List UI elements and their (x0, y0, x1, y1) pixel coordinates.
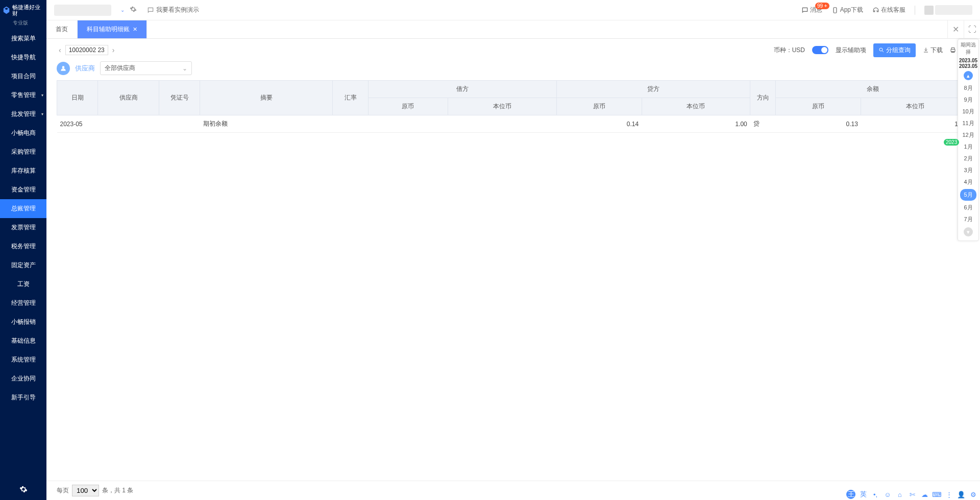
nav-onboarding[interactable]: 新手引导 (0, 388, 46, 407)
top-header: ⌄ 我要看实例演示 消息 99 + App下载 在线客服 (46, 0, 980, 20)
online-service-button[interactable]: 在线客服 (872, 6, 905, 14)
org-selector[interactable]: ⌄ (54, 5, 130, 16)
prev-account-button[interactable]: ‹ (57, 46, 63, 54)
month-12[interactable]: 12月 (958, 129, 978, 141)
headset-icon (872, 7, 879, 14)
supplier-select[interactable]: 全部供应商 ⌄ (100, 61, 192, 75)
table-row[interactable]: 2023-05 期初余额 0.14 1.00 贷 0.13 1.00 (57, 115, 970, 133)
nav-quick[interactable]: 快捷导航 (0, 48, 46, 67)
tab-subject-aux-detail[interactable]: 科目辅助明细账 ✕ (78, 20, 147, 38)
messages-button[interactable]: 消息 99 + (801, 6, 822, 14)
ime-cloud-icon[interactable]: ☁ (920, 490, 929, 499)
user-name-masked (935, 5, 972, 15)
ime-smile-icon[interactable]: ☺ (883, 490, 892, 499)
nav-project-contract[interactable]: 项目合同 (0, 67, 46, 86)
nav-ecommerce[interactable]: 小畅电商 (0, 124, 46, 142)
page-size-select[interactable]: 100 (72, 485, 99, 496)
th-balance: 余额 (776, 81, 970, 98)
ime-punct-icon[interactable]: •, (871, 490, 880, 499)
nav-list: 搜索菜单 快捷导航 项目合同 零售管理▾ 批发管理▾ 小畅电商 采购管理 库存核… (0, 29, 46, 407)
month-5[interactable]: 5月 (960, 189, 976, 201)
tab-home[interactable]: 首页 (46, 20, 78, 38)
close-all-icon[interactable]: ✕ (947, 20, 964, 39)
cell-summary: 期初余额 (200, 115, 333, 133)
user-menu[interactable] (924, 5, 972, 15)
cell-debit-original (369, 115, 448, 133)
th-credit-original: 原币 (556, 98, 642, 115)
nav-purchase[interactable]: 采购管理 (0, 142, 46, 161)
month-7[interactable]: 7月 (958, 213, 978, 225)
month-4[interactable]: 4月 (958, 176, 978, 188)
scroll-up-icon[interactable]: ▴ (964, 71, 973, 80)
ime-person-icon[interactable]: 👤 (957, 490, 966, 499)
ime-lang[interactable]: 英 (859, 490, 868, 499)
period-from[interactable]: 2023.05 (958, 58, 978, 63)
fullscreen-icon[interactable]: ⛶ (964, 20, 980, 39)
nav-retail[interactable]: 零售管理▾ (0, 86, 46, 105)
month-1[interactable]: 1月 (958, 141, 978, 153)
filter-row: 供应商 全部供应商 ⌄ (46, 61, 980, 80)
year-tag: 2023 (944, 139, 959, 146)
show-aux-label: 显示辅助项 (836, 46, 866, 55)
ime-mic-icon[interactable]: ⌂ (895, 490, 904, 499)
close-icon[interactable]: ✕ (133, 26, 137, 33)
nav-wholesale[interactable]: 批发管理▾ (0, 105, 46, 124)
month-11[interactable]: 11月 (958, 117, 978, 129)
ime-wang-icon[interactable]: 王 (846, 490, 855, 499)
month-8[interactable]: 8月 (958, 82, 978, 94)
ime-more-icon[interactable]: ⋮ (944, 490, 953, 499)
th-credit: 贷方 (556, 81, 750, 98)
logo-icon (2, 6, 11, 15)
nav-tax[interactable]: 税务管理 (0, 237, 46, 256)
month-6[interactable]: 6月 (958, 202, 978, 213)
gear-icon[interactable] (130, 6, 137, 14)
month-3[interactable]: 3月 (958, 164, 978, 176)
ime-settings-icon[interactable]: ⚙ (969, 490, 978, 499)
cell-direction: 贷 (750, 115, 776, 133)
            
scroll-down-icon[interactable]: ▾ (964, 227, 973, 236)
period-title: 期间选择 (958, 39, 978, 58)
nav-system[interactable]: 系统管理 (0, 350, 46, 369)
supplier-label: 供应商 (75, 64, 95, 73)
nav-business[interactable]: 经营管理 (0, 294, 46, 313)
nav-salary[interactable]: 工资 (0, 275, 46, 294)
th-balance-base: 本位币 (861, 98, 970, 115)
th-debit: 借方 (369, 81, 557, 98)
group-query-button[interactable]: 分组查询 (873, 43, 916, 57)
cell-debit-base (448, 115, 556, 133)
month-2[interactable]: 2月 (958, 153, 978, 164)
th-date: 日期 (57, 81, 98, 115)
nav-basic-info[interactable]: 基础信息 (0, 331, 46, 350)
ime-keyboard-icon[interactable]: ⌨ (932, 490, 941, 499)
nav-collab[interactable]: 企业协同 (0, 369, 46, 388)
download-button[interactable]: 下载 (923, 46, 943, 55)
cell-supplier (98, 115, 159, 133)
period-to[interactable]: 2023.05 (958, 63, 978, 69)
ledger-table: 日期 供应商 凭证号 摘要 汇率 借方 贷方 方向 余额 原币 本位币 原币 本… (57, 80, 970, 133)
chevron-down-icon: ▾ (41, 93, 43, 98)
pagination-footer: 每页 100 条， 共 1 条 (46, 481, 980, 500)
month-9[interactable]: 9月 (958, 94, 978, 106)
cell-balance-original: 0.13 (776, 115, 861, 133)
nav-inventory[interactable]: 库存核算 (0, 161, 46, 180)
demo-link[interactable]: 我要看实例演示 (147, 6, 199, 14)
cell-credit-original: 0.14 (556, 115, 642, 133)
nav-search-menu[interactable]: 搜索菜单 (0, 29, 46, 48)
nav-funds[interactable]: 资金管理 (0, 180, 46, 199)
nav-general-ledger[interactable]: 总账管理 (0, 199, 46, 218)
per-page-label: 每页 (57, 486, 69, 495)
nav-reimburse[interactable]: 小畅报销 (0, 313, 46, 331)
next-account-button[interactable]: › (110, 46, 117, 54)
show-aux-toggle[interactable] (812, 46, 828, 54)
app-download-button[interactable]: App下载 (831, 6, 863, 14)
account-code[interactable]: 10020002 23 (65, 45, 108, 55)
nav-fixed-assets[interactable]: 固定资产 (0, 256, 46, 275)
month-10[interactable]: 10月 (958, 106, 978, 117)
th-voucher: 凭证号 (159, 81, 200, 115)
ime-scissors-icon[interactable]: ✄ (908, 490, 917, 499)
sidebar: 畅捷通好业财 专业版 搜索菜单 快捷导航 项目合同 零售管理▾ 批发管理▾ 小畅… (0, 0, 46, 500)
nav-invoice[interactable]: 发票管理 (0, 218, 46, 237)
settings-icon[interactable] (19, 485, 28, 495)
download-icon (923, 47, 929, 53)
th-credit-base: 本位币 (642, 98, 750, 115)
